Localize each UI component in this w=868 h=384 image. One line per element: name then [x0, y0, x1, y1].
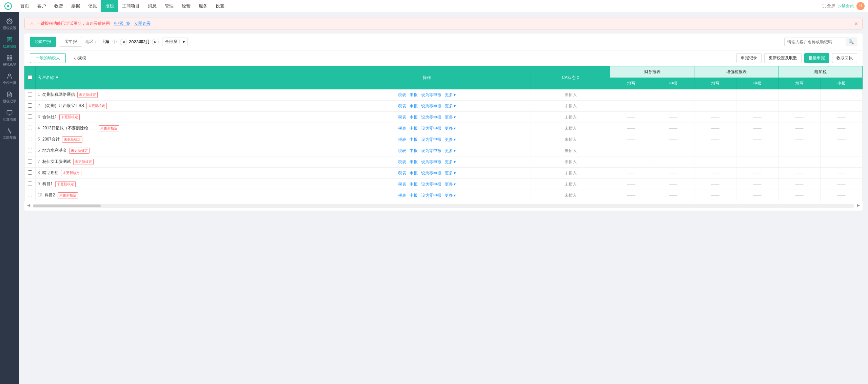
sidebar-item-batch-tax[interactable]: 批量报税: [0, 33, 19, 51]
tab-general-taxpayer[interactable]: 一般的纳税人: [30, 53, 66, 63]
record-button[interactable]: 申报记录: [736, 53, 762, 63]
nav-manage[interactable]: 管理: [161, 0, 178, 12]
action-tax-form[interactable]: 税表: [398, 137, 406, 142]
staff-selector[interactable]: 全部员工 ▾: [162, 38, 188, 46]
row-checkbox[interactable]: [28, 193, 32, 197]
region-value: 上海: [101, 39, 109, 45]
action-more[interactable]: 更多▾: [445, 182, 456, 187]
member-button[interactable]: ▷ 畅会员: [838, 3, 854, 9]
action-declare[interactable]: 申报: [410, 92, 418, 97]
action-more[interactable]: 更多▾: [445, 114, 456, 120]
action-declare[interactable]: 申报: [410, 126, 418, 131]
nav-billing[interactable]: 收费: [50, 0, 67, 12]
action-set-zero[interactable]: 设为零申报: [421, 126, 441, 131]
row-checkbox[interactable]: [28, 148, 32, 152]
action-tax-form[interactable]: 税表: [398, 104, 406, 108]
action-set-zero[interactable]: 设为零申报: [421, 92, 441, 97]
sidebar-item-tax-settings[interactable]: 报税设置: [0, 15, 19, 33]
action-set-zero[interactable]: 设为零申报: [421, 193, 441, 198]
nav-business[interactable]: 工商项目: [118, 0, 144, 12]
row-checkbox[interactable]: [28, 182, 32, 186]
record-icon: [6, 91, 13, 98]
collect-button[interactable]: 收取回执: [832, 53, 857, 63]
action-tax-form[interactable]: 税表: [398, 171, 406, 175]
update-button[interactable]: 更新税定及取数: [764, 53, 802, 63]
tab-small-scale[interactable]: 小规模: [68, 54, 92, 63]
row-ca-status: 未插入: [531, 134, 610, 145]
notice-link-report[interactable]: 申报汇签: [114, 21, 130, 26]
row-checkbox[interactable]: [28, 114, 32, 119]
nav-tax[interactable]: 报税: [101, 0, 118, 12]
row-checkbox[interactable]: [28, 126, 32, 130]
scroll-right-arrow[interactable]: ▶: [857, 203, 860, 208]
action-more[interactable]: 更多▾: [445, 170, 456, 176]
nav-customer[interactable]: 客户: [33, 0, 50, 12]
date-next-button[interactable]: ▶: [152, 39, 159, 45]
sidebar-item-annual-report[interactable]: 工商年报: [0, 125, 19, 143]
action-declare[interactable]: 申报: [410, 159, 418, 164]
row-checkbox[interactable]: [28, 103, 32, 108]
row-checkbox[interactable]: [28, 92, 32, 97]
action-more[interactable]: 更多▾: [445, 193, 456, 198]
sidebar-item-overview[interactable]: 报税总览: [0, 51, 19, 70]
action-more[interactable]: 更多▾: [445, 92, 456, 98]
user-avatar[interactable]: U: [856, 2, 865, 10]
notice-close-button[interactable]: ✕: [854, 21, 858, 26]
info-icon[interactable]: ⓘ: [113, 39, 117, 45]
action-tax-form[interactable]: 税表: [398, 159, 406, 164]
action-more[interactable]: 更多▾: [445, 126, 456, 131]
action-tax-form[interactable]: 税表: [398, 148, 406, 153]
action-tax-form[interactable]: 税表: [398, 182, 406, 187]
table-row: 2 （勿删）江西股宝-LSS 未更新核定 税表 申报 设为零申报 更多▾ 未插入…: [25, 101, 863, 112]
tab-tax-declare[interactable]: 税款申报: [30, 37, 56, 47]
fullscreen-button[interactable]: ⛶ 全屏: [822, 3, 835, 9]
horizontal-scrollbar[interactable]: [33, 204, 854, 208]
action-declare[interactable]: 申报: [410, 104, 418, 108]
scroll-left-arrow[interactable]: ◀: [27, 203, 30, 208]
sidebar-item-tax-record[interactable]: 报税记录: [0, 88, 19, 106]
row-checkbox[interactable]: [28, 159, 32, 164]
nav-settings[interactable]: 设置: [212, 0, 229, 12]
action-tax-form[interactable]: 税表: [398, 92, 406, 97]
row-checkbox[interactable]: [28, 170, 32, 175]
action-more[interactable]: 更多▾: [445, 148, 456, 154]
svg-rect-13: [7, 110, 12, 114]
nav-home[interactable]: 首页: [16, 0, 33, 12]
action-declare[interactable]: 申报: [410, 182, 418, 187]
action-more[interactable]: 更多▾: [445, 159, 456, 165]
date-prev-button[interactable]: ◀: [120, 39, 127, 45]
action-set-zero[interactable]: 设为零申报: [421, 171, 441, 175]
action-set-zero[interactable]: 设为零申报: [421, 137, 441, 142]
select-all-checkbox[interactable]: [28, 75, 32, 80]
action-tax-form[interactable]: 税表: [398, 193, 406, 198]
sidebar-item-settlement[interactable]: 汇算清缴: [0, 106, 19, 125]
nav-message[interactable]: 消息: [144, 0, 161, 12]
action-set-zero[interactable]: 设为零申报: [421, 182, 441, 187]
ca-info-icon[interactable]: C: [577, 76, 579, 80]
action-declare[interactable]: 申报: [410, 137, 418, 142]
nav-operation[interactable]: 经营: [178, 0, 195, 12]
more-chevron-icon: ▾: [454, 115, 456, 120]
action-tax-form[interactable]: 税表: [398, 126, 406, 131]
tab-zero-declare[interactable]: 零申报: [60, 37, 82, 47]
action-tax-form[interactable]: 税表: [398, 115, 406, 120]
action-declare[interactable]: 申报: [410, 148, 418, 153]
batch-declare-button[interactable]: 批量申报: [804, 53, 829, 63]
action-set-zero[interactable]: 设为零申报: [421, 104, 441, 108]
notice-link-buy[interactable]: 立即购买: [134, 21, 151, 26]
row-checkbox[interactable]: [28, 137, 32, 141]
action-declare[interactable]: 申报: [410, 115, 418, 120]
action-more[interactable]: 更多▾: [445, 103, 456, 109]
action-set-zero[interactable]: 设为零申报: [421, 148, 441, 153]
action-more[interactable]: 更多▾: [445, 137, 456, 143]
action-set-zero[interactable]: 设为零申报: [421, 159, 441, 164]
nav-service[interactable]: 服务: [195, 0, 212, 12]
action-declare[interactable]: 申报: [410, 171, 418, 175]
nav-bookkeeping[interactable]: 记账: [84, 0, 101, 12]
action-set-zero[interactable]: 设为零申报: [421, 115, 441, 120]
action-declare[interactable]: 申报: [410, 193, 418, 198]
search-button[interactable]: 🔍: [846, 38, 857, 46]
search-input[interactable]: [785, 38, 846, 46]
sidebar-item-personal-tax[interactable]: 个税申报: [0, 70, 19, 88]
nav-invoice[interactable]: 票据: [67, 0, 84, 12]
